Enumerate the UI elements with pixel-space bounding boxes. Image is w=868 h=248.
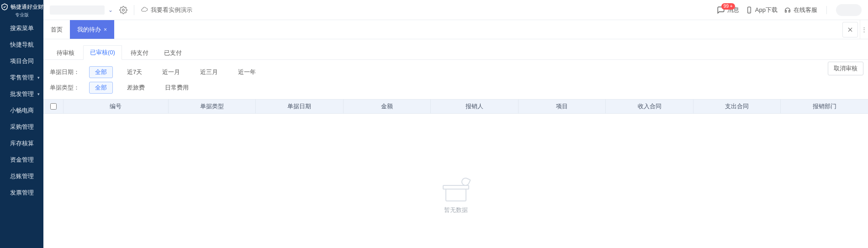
sidebar-item-retail[interactable]: 零售管理▾: [0, 69, 43, 86]
demo-link[interactable]: 我要看实例演示: [141, 6, 192, 14]
sidebar-item-purchase[interactable]: 采购管理: [0, 119, 43, 135]
subtab-paid[interactable]: 已支付: [157, 46, 189, 60]
empty-state: 暂无数据: [43, 114, 868, 223]
cloud-icon: [141, 6, 148, 14]
page-tabs: 首页 我的待办 × ⋮: [43, 20, 868, 39]
settings-icon[interactable]: [119, 6, 127, 14]
th-department: 报销部门: [781, 100, 868, 113]
topbar: ⌄ 我要看实例演示 99 + 消息: [43, 0, 868, 20]
chip-date-3m[interactable]: 近三月: [194, 66, 224, 78]
messages-button[interactable]: 99 + 消息: [717, 6, 739, 14]
tabs-more-handle[interactable]: ⋮: [860, 20, 868, 39]
cancel-approve-button[interactable]: 取消审核: [828, 62, 863, 75]
online-service-button[interactable]: 在线客服: [784, 6, 817, 14]
subtab-pending-approve[interactable]: 待审核: [50, 46, 81, 60]
chip-type-all[interactable]: 全部: [89, 82, 113, 94]
close-icon[interactable]: ×: [104, 26, 107, 33]
divider: [134, 5, 134, 15]
sidebar: 畅捷通好业财 专业版 搜索菜单 快捷导航 项目合同 零售管理▾ 批发管理▾ 小畅…: [0, 0, 43, 248]
subtab-pending-pay[interactable]: 待支付: [124, 46, 155, 60]
filter-date-label: 单据日期：: [50, 68, 81, 76]
status-subtabs: 待审核 已审核(0) 待支付 已支付: [43, 39, 868, 60]
subtab-approved[interactable]: 已审核(0): [83, 45, 122, 60]
sidebar-item-capital[interactable]: 资金管理: [0, 152, 43, 168]
chevron-down-icon: ▾: [37, 75, 40, 80]
th-project: 项目: [519, 100, 606, 113]
org-name-placeholder: [50, 5, 105, 15]
chip-date-all[interactable]: 全部: [89, 66, 113, 78]
tab-home[interactable]: 首页: [43, 20, 70, 39]
th-expense: 支出合同: [693, 100, 781, 113]
sidebar-item-quick-nav[interactable]: 快捷导航: [0, 37, 43, 53]
chip-date-7d[interactable]: 近7天: [121, 66, 148, 78]
th-checkbox: [43, 100, 64, 113]
sidebar-item-ecommerce[interactable]: 小畅电商: [0, 102, 43, 119]
chip-date-1y[interactable]: 近一年: [232, 66, 262, 78]
empty-text: 暂无数据: [444, 206, 468, 214]
demo-label: 我要看实例演示: [151, 6, 192, 14]
sidebar-item-inventory[interactable]: 库存核算: [0, 135, 43, 152]
th-amount: 金额: [344, 100, 431, 113]
chip-type-daily[interactable]: 日常费用: [159, 82, 195, 94]
svg-point-0: [122, 9, 125, 11]
user-avatar[interactable]: [836, 4, 862, 16]
select-all-checkbox[interactable]: [50, 103, 57, 110]
sidebar-item-project-contract[interactable]: 项目合同: [0, 53, 43, 69]
close-all-tabs-button[interactable]: [842, 22, 858, 37]
th-claimer: 报销人: [431, 100, 519, 113]
mobile-icon: [746, 6, 753, 14]
app-download-button[interactable]: App下载: [746, 6, 778, 14]
chip-date-1m[interactable]: 近一月: [156, 66, 186, 78]
th-income: 收入合同: [606, 100, 693, 113]
sidebar-item-search-menu[interactable]: 搜索菜单: [0, 20, 43, 37]
divider: [826, 6, 827, 14]
sidebar-item-invoice[interactable]: 发票管理: [0, 185, 43, 201]
svg-rect-1: [748, 7, 751, 13]
empty-box-icon: [439, 178, 472, 201]
brand-block: 畅捷通好业财 专业版: [0, 0, 43, 20]
headset-icon: [784, 6, 791, 14]
sidebar-item-wholesale[interactable]: 批发管理▾: [0, 86, 43, 102]
chip-type-travel[interactable]: 差旅费: [121, 82, 151, 94]
brand-logo-icon: [0, 3, 9, 11]
service-label: 在线客服: [794, 6, 817, 14]
content-area: 待审核 已审核(0) 待支付 已支付 取消审核 单据日期： 全部 近7天 近一月…: [43, 39, 868, 223]
th-type: 单据类型: [169, 100, 256, 113]
th-date: 单据日期: [256, 100, 344, 113]
brand-edition: 专业版: [15, 12, 29, 18]
chevron-down-icon: ▾: [37, 92, 40, 96]
filter-type-label: 单据类型：: [50, 84, 81, 92]
sidebar-item-ledger[interactable]: 总账管理: [0, 168, 43, 185]
th-id: 编号: [64, 100, 169, 113]
chevron-down-icon: ⌄: [108, 7, 113, 13]
download-label: App下载: [755, 6, 778, 14]
messages-badge: 99 +: [721, 3, 735, 10]
filters-block: 取消审核 单据日期： 全部 近7天 近一月 近三月 近一年 单据类型： 全部 差…: [43, 60, 868, 95]
org-selector[interactable]: ⌄: [50, 5, 113, 15]
brand-name: 畅捷通好业财: [11, 3, 43, 11]
tab-my-todo[interactable]: 我的待办 ×: [70, 20, 114, 39]
data-table: 编号 单据类型 单据日期 金额 报销人 项目 收入合同 支出合同 报销部门: [43, 95, 868, 223]
